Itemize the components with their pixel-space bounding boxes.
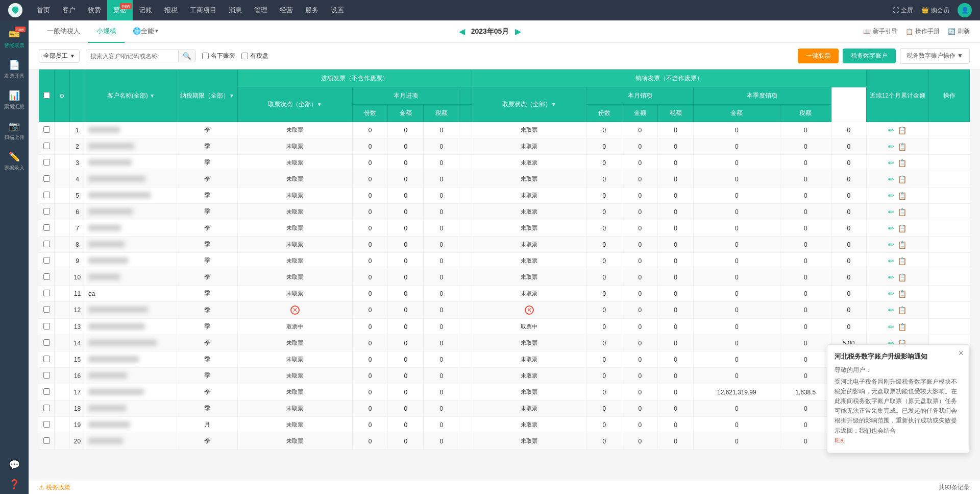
refresh-link[interactable]: 🔄 刷新 [948, 27, 970, 36]
row-checkbox[interactable] [43, 126, 50, 133]
down-account-checkbox-label[interactable]: 名下账套 [202, 52, 235, 60]
manual-link[interactable]: 📋 操作手册 [905, 27, 940, 36]
row-checkbox[interactable] [43, 192, 50, 198]
row-checkbox[interactable] [43, 323, 50, 330]
row-tax-in: 0 [424, 401, 459, 417]
row-count-sale: 0 [586, 155, 622, 171]
tax-policy-link[interactable]: ⚠ 税务政策 [39, 483, 70, 492]
row-checkbox[interactable] [43, 143, 50, 149]
nav-item-首页[interactable]: 首页 [31, 0, 56, 20]
edit-icon[interactable]: ✏ [888, 323, 894, 331]
copy-icon[interactable]: 📋 [898, 241, 906, 249]
sidebar-item-invoice-open[interactable]: 📄 发票开具 [0, 55, 29, 84]
sidebar-item-invoice-summary[interactable]: 📊 票据汇总 [0, 86, 29, 114]
one-click-fetch-btn[interactable]: 一键取票 [798, 49, 839, 63]
row-fetch-in: 未取票 [237, 138, 352, 155]
edit-icon[interactable]: ✏ [888, 192, 894, 200]
row-checkbox[interactable] [43, 405, 50, 411]
member-btn[interactable]: 👑 购会员 [921, 6, 949, 15]
row-checkbox[interactable] [43, 290, 50, 296]
sidebar-item-chat[interactable]: 💬 [7, 455, 22, 475]
user-avatar[interactable]: 👤 [958, 3, 972, 17]
select-all-checkbox[interactable] [43, 92, 50, 99]
nav-item-经营[interactable]: 经营 [274, 0, 299, 20]
tax-digital-account-btn[interactable]: 税务数字账户 [843, 49, 896, 63]
nav-item-客户[interactable]: 客户 [56, 0, 82, 20]
copy-icon[interactable]: 📋 [898, 306, 906, 314]
copy-icon[interactable]: 📋 [898, 257, 906, 265]
nav-item-报税[interactable]: 报税 [158, 0, 184, 20]
tab-small-scale[interactable]: 小规模 [88, 20, 125, 43]
down-account-checkbox[interactable] [202, 53, 209, 59]
row-checkbox[interactable] [43, 437, 50, 444]
new-guide-link[interactable]: 📖 新手引导 [863, 27, 897, 36]
row-checkbox[interactable] [43, 224, 50, 231]
row-checkbox[interactable] [43, 257, 50, 264]
blurred-name [88, 323, 145, 330]
sidebar-item-smart-ticket[interactable]: 🎫 智能取票 new [0, 25, 29, 53]
nav-item-服务[interactable]: 服务 [299, 0, 325, 20]
copy-icon[interactable]: 📋 [898, 175, 906, 183]
row-checkbox[interactable] [43, 372, 50, 379]
next-month-btn[interactable]: ▶ [515, 27, 521, 36]
row-checkbox[interactable] [43, 208, 50, 215]
row-checkbox[interactable] [43, 306, 50, 313]
row-checkbox[interactable] [43, 175, 50, 182]
tab-general-taxpayer[interactable]: 一般纳税人 [39, 20, 88, 43]
search-button[interactable]: 🔍 [178, 50, 195, 62]
row-amount-sale: 0 [622, 204, 658, 220]
row-checkbox[interactable] [43, 356, 50, 362]
nav-item-设置[interactable]: 设置 [325, 0, 350, 20]
sidebar-item-help[interactable]: ❓ [7, 475, 22, 494]
row-count-sale: 0 [586, 138, 622, 155]
tab-full[interactable]: 🌐 全能 ▼ [125, 20, 167, 43]
copy-icon[interactable]: 📋 [898, 273, 906, 281]
edit-icon[interactable]: ✏ [888, 224, 894, 232]
search-input[interactable] [86, 51, 178, 62]
nav-item-票据[interactable]: 票据new [107, 0, 133, 20]
row-amount-sale: 0 [622, 122, 658, 138]
sidebar-item-scan-upload[interactable]: 📷 扫描上传 [0, 116, 29, 145]
row-tax-sale: 0 [658, 269, 694, 286]
row-checkbox[interactable] [43, 388, 50, 395]
row-checkbox[interactable] [43, 421, 50, 428]
edit-icon[interactable]: ✏ [888, 241, 894, 249]
nav-item-记账[interactable]: 记账 [133, 0, 158, 20]
nav-item-管理[interactable]: 管理 [248, 0, 274, 20]
tax-disk-checkbox-label[interactable]: 有税盘 [241, 52, 268, 60]
copy-icon[interactable]: 📋 [898, 143, 906, 151]
notification-close-btn[interactable]: ✕ [958, 349, 964, 357]
prev-month-btn[interactable]: ◀ [459, 27, 465, 36]
edit-icon[interactable]: ✏ [888, 257, 894, 265]
tax-disk-checkbox[interactable] [241, 53, 248, 59]
edit-icon[interactable]: ✏ [888, 126, 894, 134]
row-tax-q: 0 [780, 302, 831, 319]
row-tax-q: 0 [780, 319, 831, 335]
edit-icon[interactable]: ✏ [888, 306, 894, 314]
nav-item-消息[interactable]: 消息 [223, 0, 248, 20]
copy-icon[interactable]: 📋 [898, 208, 906, 216]
row-tax-sale: 0 [658, 253, 694, 269]
copy-icon[interactable]: 📋 [898, 323, 906, 331]
edit-icon[interactable]: ✏ [888, 208, 894, 216]
edit-icon[interactable]: ✏ [888, 175, 894, 183]
edit-icon[interactable]: ✏ [888, 290, 894, 298]
row-checkbox[interactable] [43, 159, 50, 166]
copy-icon[interactable]: 📋 [898, 290, 906, 298]
row-checkbox[interactable] [43, 339, 50, 346]
copy-icon[interactable]: 📋 [898, 126, 906, 134]
edit-icon[interactable]: ✏ [888, 143, 894, 151]
nav-item-收费[interactable]: 收费 [82, 0, 107, 20]
sidebar-item-invoice-entry[interactable]: ✏️ 票据录入 [0, 147, 29, 176]
edit-icon[interactable]: ✏ [888, 273, 894, 281]
row-checkbox[interactable] [43, 273, 50, 280]
nav-item-工商项目[interactable]: 工商项目 [184, 0, 223, 20]
copy-icon[interactable]: 📋 [898, 192, 906, 200]
edit-icon[interactable]: ✏ [888, 159, 894, 167]
tax-digital-op-btn[interactable]: 税务数字账户操作 ▼ [900, 48, 970, 64]
row-checkbox[interactable] [43, 241, 50, 247]
fullscreen-btn[interactable]: ⛶ 全屏 [893, 6, 913, 15]
copy-icon[interactable]: 📋 [898, 159, 906, 167]
copy-icon[interactable]: 📋 [898, 224, 906, 232]
employee-select[interactable]: 全部员工 ▼ [39, 49, 80, 63]
